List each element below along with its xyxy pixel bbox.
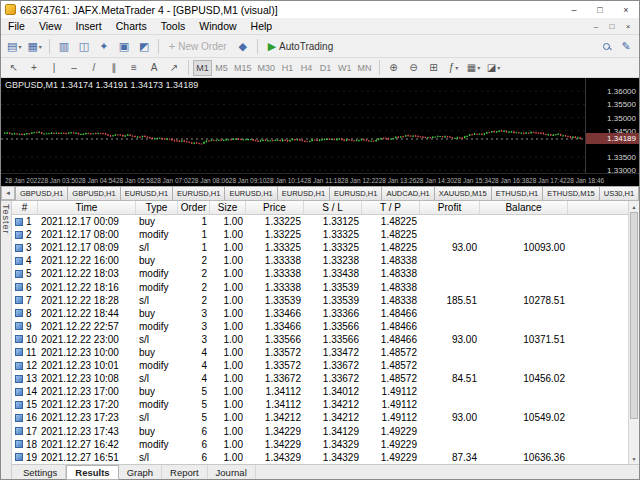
menu-insert[interactable]: Insert	[69, 18, 109, 34]
timeframe-d1-button[interactable]: D1	[316, 60, 335, 76]
templates-button[interactable]: ◪▾	[484, 59, 504, 77]
menu-view[interactable]: View	[32, 18, 69, 34]
search-button[interactable]	[596, 37, 616, 55]
mdi-minimize-icon[interactable]: –	[588, 22, 604, 31]
table-row[interactable]: 72021.12.22 18:28s/l21.001.335391.335391…	[12, 294, 628, 307]
menu-tools[interactable]: Tools	[154, 18, 193, 34]
timeframe-h1-button[interactable]: H1	[278, 60, 297, 76]
table-row[interactable]: 112021.12.23 10:00buy41.001.335721.33472…	[12, 346, 628, 359]
tester-tab-settings[interactable]: Settings	[15, 465, 66, 479]
cell-sl: 1.33539	[304, 280, 362, 293]
autotrading-button[interactable]: ▶AutoTrading	[262, 37, 340, 55]
time-axis[interactable]: 28 Jan 202228 Jan 03:5028 Jan 04:5428 Ja…	[1, 173, 639, 186]
timeframe-m5-button[interactable]: M5	[212, 60, 231, 76]
mdi-restore-icon[interactable]: □	[604, 22, 620, 31]
tester-tab-results[interactable]: Results	[66, 465, 118, 480]
scroll-down-icon[interactable]: ▼	[629, 453, 639, 464]
channel-button[interactable]: ∥	[104, 59, 124, 77]
price-scale[interactable]: 1.360001.355001.350001.345001.335001.330…	[585, 78, 639, 173]
chart-tab[interactable]: EURUSD,H1	[172, 186, 225, 200]
arrows-tool-button[interactable]: ↗	[164, 59, 184, 77]
table-row[interactable]: 152021.12.23 17:20modify51.001.341121.34…	[12, 398, 628, 411]
chart-tab[interactable]: EURUSD,H1	[329, 186, 382, 200]
scroll-up-icon[interactable]: ▲	[629, 201, 639, 212]
table-row[interactable]: 142021.12.23 17:00buy51.001.341121.34012…	[12, 385, 628, 398]
chart-tab[interactable]: US30,H1	[599, 186, 639, 200]
new-chart-button[interactable]: ▤▾	[4, 37, 24, 55]
metaeditor-button[interactable]: ◆	[233, 37, 253, 55]
tester-tab-report[interactable]: Report	[162, 465, 208, 479]
crosshair-button[interactable]: +	[24, 59, 44, 77]
cursor-button[interactable]: ↖	[4, 59, 24, 77]
market-watch-button[interactable]: ▥	[54, 37, 74, 55]
timeframe-mn-button[interactable]: MN	[355, 60, 375, 76]
table-row[interactable]: 162021.12.23 17:23s/l51.001.342121.34212…	[12, 411, 628, 424]
menu-file[interactable]: File	[1, 18, 32, 34]
chart-tab[interactable]: GBPUSD,H1	[67, 186, 120, 200]
table-row[interactable]: 82021.12.22 18:44buy31.001.334661.333661…	[12, 307, 628, 320]
profiles-button[interactable]: ▦▾	[24, 37, 44, 55]
data-window-button[interactable]: ◫	[74, 37, 94, 55]
chart-tab[interactable]: ETHUSD,M15	[542, 186, 600, 200]
strategy-tester-button[interactable]: ◩	[134, 37, 154, 55]
table-row[interactable]: 172021.12.23 17:43buy61.001.342291.34129…	[12, 425, 628, 438]
timeframe-m30-button[interactable]: M30	[255, 60, 279, 76]
table-row[interactable]: 32021.12.17 08:09s/l11.001.333251.333251…	[12, 241, 628, 254]
periods-button[interactable]: ▦▾	[464, 59, 484, 77]
table-row[interactable]: 52021.12.22 18:03modify21.001.333381.334…	[12, 267, 628, 280]
chart-tab[interactable]: GBPUSD,M1 (visual)	[638, 186, 639, 200]
table-row[interactable]: 42021.12.22 16:00buy21.001.333381.332381…	[12, 254, 628, 267]
tile-windows-button[interactable]: ⊞	[424, 59, 444, 77]
tabs-scroll-left-button[interactable]: ◄	[1, 186, 15, 200]
tester-panel-caption[interactable]: Tester	[1, 201, 12, 479]
quick-edit-button[interactable]: ✎	[616, 37, 636, 55]
navigator-button[interactable]: ✦	[94, 37, 114, 55]
zoom-out-button[interactable]: ⊖	[404, 59, 424, 77]
tester-tab-journal[interactable]: Journal	[208, 465, 256, 479]
table-row[interactable]: 62021.12.22 18:16modify21.001.333381.335…	[12, 280, 628, 293]
table-row[interactable]: 102021.12.22 23:00s/l31.001.335661.33566…	[12, 333, 628, 346]
text-tool-button[interactable]: A	[144, 59, 164, 77]
mdi-close-icon[interactable]: ×	[620, 22, 636, 31]
chart-tab[interactable]: AUDCAD,H1	[381, 186, 434, 200]
timeframe-w1-button[interactable]: W1	[335, 60, 355, 76]
trendline-button[interactable]: /	[84, 59, 104, 77]
window-close-button[interactable]: ×	[613, 1, 639, 18]
window-minimize-button[interactable]: –	[561, 1, 587, 18]
window-maximize-button[interactable]: □	[587, 1, 613, 18]
table-row[interactable]: 12021.12.17 00:09buy11.001.332251.331251…	[12, 215, 628, 228]
table-scrollbar[interactable]: ▲ ▼	[628, 201, 639, 464]
scrollbar-track[interactable]	[630, 212, 638, 453]
table-row[interactable]: 92021.12.22 22:57modify31.001.334661.335…	[12, 320, 628, 333]
cell-balance	[480, 385, 568, 398]
zoom-in-button[interactable]: ⊕	[384, 59, 404, 77]
chart-tab[interactable]: ETHUSD,H1	[491, 186, 544, 200]
chart-tab[interactable]: EURUSD,H1	[277, 186, 330, 200]
timeframe-m15-button[interactable]: M15	[231, 60, 255, 76]
chart-tab[interactable]: XAUUSD,M15	[434, 186, 492, 200]
table-row[interactable]: 22021.12.17 08:00modify11.001.332251.333…	[12, 228, 628, 241]
new-order-button[interactable]: +New Order	[163, 37, 233, 55]
menu-help[interactable]: Help	[244, 18, 280, 34]
vertical-line-button[interactable]: |	[44, 59, 64, 77]
cell-profit: 185.51	[420, 294, 480, 307]
chart-plot[interactable]: GBPUSD,M1 1.34174 1.34191 1.34173 1.3418…	[1, 78, 585, 173]
timeframe-m1-button[interactable]: M1	[193, 60, 212, 76]
table-row[interactable]: 192021.12.27 16:51s/l61.001.343291.34329…	[12, 451, 628, 464]
timeframe-h4-button[interactable]: H4	[297, 60, 316, 76]
table-row[interactable]: 132021.12.23 10:08s/l41.001.336721.33672…	[12, 372, 628, 385]
tester-tab-graph[interactable]: Graph	[119, 465, 162, 479]
chart-tab[interactable]: EURUSD,H1	[120, 186, 173, 200]
table-row[interactable]: 182021.12.27 16:42modify61.001.342291.34…	[12, 438, 628, 451]
scrollbar-thumb[interactable]	[630, 212, 638, 419]
terminal-button[interactable]: ▣	[114, 37, 134, 55]
cell-filler	[568, 451, 628, 464]
fibonacci-button[interactable]: ≡	[124, 59, 144, 77]
menu-charts[interactable]: Charts	[109, 18, 154, 34]
chart-tab[interactable]: GBPUSD,H1	[15, 186, 68, 200]
menu-window[interactable]: Window	[192, 18, 243, 34]
horizontal-line-button[interactable]: –	[64, 59, 84, 77]
indicators-button[interactable]: ƒ▾	[444, 59, 464, 77]
chart-tab[interactable]: EURUSD,H1	[224, 186, 277, 200]
table-row[interactable]: 122021.12.23 10:01modify41.001.335721.33…	[12, 359, 628, 372]
